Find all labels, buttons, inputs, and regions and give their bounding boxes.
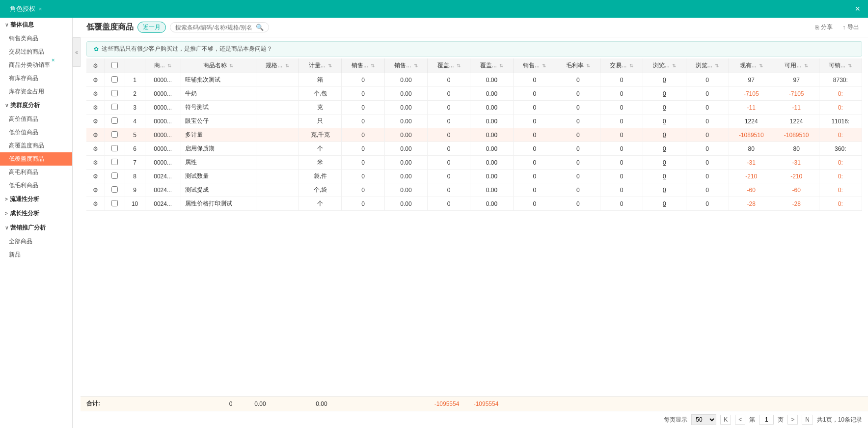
select-all-checkbox[interactable] — [111, 62, 118, 68]
row-browse1[interactable]: 0 — [643, 87, 686, 101]
row-unit: 箱 — [299, 73, 342, 87]
nav-tab-close-商品分析[interactable]: × — [37, 44, 42, 50]
col-browse1[interactable]: 浏览... ⇅ — [643, 58, 686, 73]
row-check[interactable] — [105, 142, 125, 156]
share-button[interactable]: ⎘ 分享 — [813, 22, 836, 32]
sidebar-item-商品分类动销率[interactable]: 商品分类动销率 — [0, 58, 72, 72]
row-gear[interactable]: ⚙ — [86, 170, 105, 183]
col-check[interactable] — [105, 58, 125, 73]
row-checkbox[interactable] — [111, 145, 118, 151]
row-browse1[interactable]: 0 — [643, 142, 686, 156]
sidebar-item-高毛利商品[interactable]: 高毛利商品 — [0, 166, 72, 179]
col-avail[interactable]: 可用... ⇅ — [774, 58, 819, 73]
row-check[interactable] — [105, 87, 125, 101]
row-browse1[interactable]: 0 — [643, 114, 686, 128]
sidebar-item-交易过的商品[interactable]: 交易过的商品 — [0, 45, 72, 58]
row-gross: 0 — [556, 101, 600, 114]
col-cover-amt[interactable]: 覆盖... ⇅ — [470, 58, 513, 73]
sidebar-item-低覆盖度商品[interactable]: 低覆盖度商品 — [0, 152, 72, 166]
sidebar-item-库存资金占用[interactable]: 库存资金占用 — [0, 85, 72, 98]
sidebar-item-高覆盖度商品[interactable]: 高覆盖度商品 — [0, 139, 72, 152]
row-check[interactable] — [105, 73, 125, 87]
sidebar-item-全部商品[interactable]: 全部商品 — [0, 235, 72, 248]
per-page-select[interactable]: 2050100 — [691, 414, 716, 425]
row-gear[interactable]: ⚙ — [86, 87, 105, 101]
col-name[interactable]: 商品名称 ⇅ — [181, 58, 256, 73]
sidebar-section-整体信息[interactable]: ∨整体信息 — [0, 18, 72, 32]
row-check[interactable] — [105, 183, 125, 197]
row-check[interactable] — [105, 114, 125, 128]
sidebar-collapse-button[interactable]: « — [73, 37, 81, 67]
row-checkbox[interactable] — [111, 117, 118, 124]
export-button[interactable]: ↑ 导出 — [840, 22, 862, 32]
window-close-button[interactable]: × — [851, 4, 864, 14]
sidebar-item-高价值商品[interactable]: 高价值商品 — [0, 113, 72, 126]
nav-tab-close-商品分析列表[interactable]: × — [50, 57, 54, 63]
row-check[interactable] — [105, 128, 125, 142]
row-browse1[interactable]: 0 — [643, 128, 686, 142]
col-gross[interactable]: 毛利率 ⇅ — [556, 58, 600, 73]
row-check[interactable] — [105, 156, 125, 170]
col-sales-qty[interactable]: 销售... ⇅ — [342, 58, 384, 73]
row-gear[interactable]: ⚙ — [86, 73, 105, 87]
sidebar-section-流通性分析[interactable]: >流通性分析 — [0, 192, 72, 206]
col-saleable[interactable]: 可销... ⇅ — [819, 58, 862, 73]
page-number-input[interactable] — [759, 415, 774, 425]
col-stock[interactable]: 现有... ⇅ — [729, 58, 774, 73]
col-spec[interactable]: 规格... ⇅ — [256, 58, 298, 73]
sidebar-item-销售类商品[interactable]: 销售类商品 — [0, 32, 72, 45]
row-browse1[interactable]: 0 — [643, 101, 686, 114]
search-input[interactable] — [175, 24, 254, 31]
row-gear[interactable]: ⚙ — [86, 128, 105, 142]
sidebar-item-有库存商品[interactable]: 有库存商品 — [0, 72, 72, 85]
col-browse2[interactable]: 浏览... ⇅ — [686, 58, 729, 73]
sidebar-item-低毛利商品[interactable]: 低毛利商品 — [0, 179, 72, 192]
row-gross: 0 — [556, 114, 600, 128]
row-gear[interactable]: ⚙ — [86, 156, 105, 170]
col-sales-cnt[interactable]: 销售... ⇅ — [513, 58, 556, 73]
row-browse1[interactable]: 0 — [643, 73, 686, 87]
row-checkbox[interactable] — [111, 76, 118, 83]
row-browse1[interactable]: 0 — [643, 197, 686, 211]
col-code[interactable]: 商... ⇅ — [145, 58, 181, 73]
prev-page-button[interactable]: < — [735, 415, 745, 425]
col-cover-qty[interactable]: 覆盖... ⇅ — [428, 58, 470, 73]
first-page-button[interactable]: K — [720, 415, 731, 425]
row-check[interactable] — [105, 101, 125, 114]
row-checkbox[interactable] — [111, 172, 118, 179]
row-check[interactable] — [105, 197, 125, 211]
row-checkbox[interactable] — [111, 104, 118, 110]
col-trans[interactable]: 交易... ⇅ — [600, 58, 643, 73]
nav-tab-close-产成品入库单[interactable]: × — [50, 19, 54, 25]
sidebar-section-类群度分析[interactable]: ∨类群度分析 — [0, 98, 72, 113]
col-sales-amt[interactable]: 销售... ⇅ — [384, 58, 427, 73]
sidebar-section-营销推广分析[interactable]: ∨营销推广分析 — [0, 221, 72, 235]
row-check[interactable] — [105, 170, 125, 183]
sidebar-item-低价值商品[interactable]: 低价值商品 — [0, 126, 72, 139]
row-cover-amt: 0.00 — [470, 101, 513, 114]
row-checkbox[interactable] — [111, 186, 118, 193]
row-gear[interactable]: ⚙ — [86, 101, 105, 114]
nav-tab-close-单据模板设置[interactable]: × — [50, 31, 54, 37]
row-browse2: 0 — [686, 114, 729, 128]
nav-tab-close-角色授权[interactable]: × — [37, 6, 42, 12]
row-browse1[interactable]: 0 — [643, 170, 686, 183]
row-gear[interactable]: ⚙ — [86, 114, 105, 128]
col-gear[interactable]: ⚙ — [86, 58, 105, 73]
sidebar-item-新品[interactable]: 新品 — [0, 248, 72, 261]
next-page-button[interactable]: > — [787, 415, 798, 425]
row-gear[interactable]: ⚙ — [86, 183, 105, 197]
nav-tab-角色授权[interactable]: 角色授权 × — [4, 2, 60, 15]
row-checkbox[interactable] — [111, 159, 118, 165]
sidebar-section-成长性分析[interactable]: >成长性分析 — [0, 206, 72, 221]
row-checkbox[interactable] — [111, 131, 118, 138]
row-checkbox[interactable] — [111, 90, 118, 96]
col-unit[interactable]: 计量... ⇅ — [299, 58, 342, 73]
last-page-button[interactable]: N — [802, 415, 813, 425]
row-browse1[interactable]: 0 — [643, 183, 686, 197]
row-gear[interactable]: ⚙ — [86, 142, 105, 156]
row-browse1[interactable]: 0 — [643, 156, 686, 170]
row-gear[interactable]: ⚙ — [86, 197, 105, 211]
date-filter-button[interactable]: 近一月 — [137, 22, 166, 33]
row-checkbox[interactable] — [111, 200, 118, 206]
